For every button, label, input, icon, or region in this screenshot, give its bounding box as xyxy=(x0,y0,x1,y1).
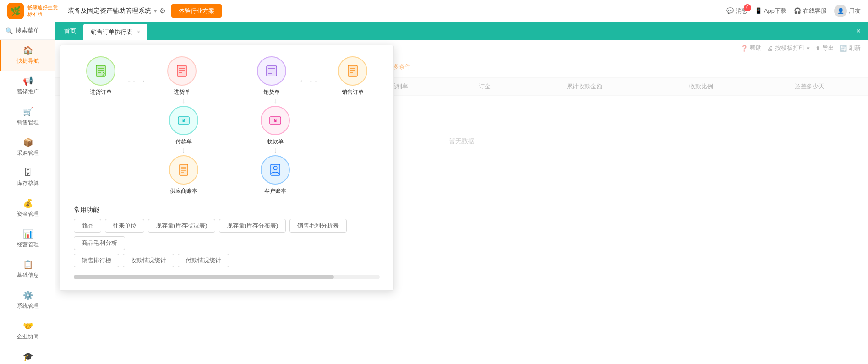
func-btn-stock-status[interactable]: 现存量(库存状况表) xyxy=(148,219,215,233)
tab-home[interactable]: 首页 xyxy=(57,24,83,38)
service-action[interactable]: 🎧 在线客服 xyxy=(794,7,827,15)
system-dropdown-icon[interactable]: ▾ xyxy=(154,8,157,14)
finance-icon: 💰 xyxy=(23,198,33,208)
sidebar-item-label: 采购管理 xyxy=(17,149,39,157)
sidebar-item-purchase[interactable]: 📦 采购管理 xyxy=(0,132,55,163)
svg-text:¥: ¥ xyxy=(274,118,277,123)
svg-rect-15 xyxy=(348,65,357,76)
flow-node-purchase-order[interactable]: 进货订单 xyxy=(74,56,128,96)
sidebar-item-label: 库存核算 xyxy=(17,179,39,187)
marketing-icon: 📢 xyxy=(23,76,33,86)
app-icon: 📱 xyxy=(755,7,762,14)
func-btn-counterparty[interactable]: 往来单位 xyxy=(105,219,144,233)
sales-order-icon xyxy=(338,56,367,86)
flow-node-supplier-ledger[interactable]: 供应商账本 xyxy=(156,155,211,195)
modal-box: 进货订单 - - → xyxy=(60,45,394,291)
basic-icon: 📋 xyxy=(23,260,33,270)
flow-node-receipt[interactable]: ¥ 收款单 xyxy=(248,106,303,146)
flow-node-customer-ledger[interactable]: 客户账本 xyxy=(248,155,303,195)
sidebar-item-enterprise[interactable]: 🤝 企业协同 xyxy=(0,315,55,346)
flow-node-purchase-bill[interactable]: 进货单 xyxy=(155,56,209,96)
sidebar-item-finance[interactable]: 💰 资金管理 xyxy=(0,193,55,223)
logo: 🌿 畅康通好生意 标准版 xyxy=(7,3,62,19)
func-btn-product-profit[interactable]: 商品毛利分析 xyxy=(74,236,125,250)
flow-node-sales-bill[interactable]: 销货单 xyxy=(245,56,299,96)
svg-rect-0 xyxy=(96,65,105,76)
sidebar-item-operation[interactable]: 📊 经营管理 xyxy=(0,223,55,254)
operation-icon: 📊 xyxy=(23,229,33,239)
sidebar-item-label: 快捷导航 xyxy=(17,57,39,65)
message-action[interactable]: 💬 消息 6 xyxy=(726,7,748,15)
common-functions: 常用功能 商品 往来单位 现存量(库存状况表) 现存量(库存分布表) 销售毛利分… xyxy=(74,206,380,267)
func-btn-sales-profit[interactable]: 销售毛利分析表 xyxy=(289,219,347,233)
newbie-icon: 🎓 xyxy=(23,352,33,362)
func-buttons-row2: 销售排行榜 收款情况统计 付款情况统计 xyxy=(74,254,380,267)
receipt-icon: ¥ xyxy=(261,106,290,135)
flow-node-sales-order[interactable]: 销售订单 xyxy=(326,56,380,96)
quick-icon: 🏠 xyxy=(23,45,33,55)
sidebar-item-inventory[interactable]: 🗄 库存核算 xyxy=(0,163,55,193)
avatar: 👤 xyxy=(834,5,847,17)
common-title: 常用功能 xyxy=(74,206,380,214)
supplier-ledger-icon xyxy=(169,155,198,185)
purchase-bill-icon xyxy=(167,56,197,86)
payment-icon: ¥ xyxy=(169,106,198,135)
func-btn-receipt-stat[interactable]: 收款情况统计 xyxy=(123,254,174,267)
scrollbar-thumb xyxy=(74,275,334,279)
tab-sales-order[interactable]: 销售订单执行表 × xyxy=(83,24,147,40)
sidebar-item-label: 销售管理 xyxy=(17,119,39,126)
sidebar-item-sales[interactable]: 🛒 销售管理 xyxy=(0,101,55,132)
user-action[interactable]: 👤 用友 xyxy=(834,5,861,17)
func-btn-stock-dist[interactable]: 现存量(库存分布表) xyxy=(219,219,286,233)
app-download-action[interactable]: 📱 App下载 xyxy=(755,7,786,15)
sidebar-item-marketing[interactable]: 📢 营销推广 xyxy=(0,71,55,101)
modal-overlay: 进货订单 - - → xyxy=(55,40,868,364)
inventory-icon: 🗄 xyxy=(24,168,32,178)
system-icon: ⚙️ xyxy=(23,290,33,300)
tab-bar: 首页 销售订单执行表 × × xyxy=(55,22,868,40)
sidebar-item-label: 系统管理 xyxy=(17,302,39,310)
window-close-icon[interactable]: × xyxy=(851,27,866,35)
sidebar-item-newbie[interactable]: 🎓 新手引导 xyxy=(0,346,55,364)
service-icon: 🎧 xyxy=(794,7,801,14)
func-btn-sales-rank[interactable]: 销售排行榜 xyxy=(74,254,119,267)
logo-text: 畅康通好生意 标准版 xyxy=(27,4,58,17)
sidebar-item-quick[interactable]: 🏠 快捷导航 xyxy=(0,40,55,71)
func-btn-product[interactable]: 商品 xyxy=(74,219,101,233)
enterprise-icon: 🤝 xyxy=(23,321,33,331)
flow-node-payment[interactable]: ¥ 付款单 xyxy=(156,106,211,146)
search-menu[interactable]: 🔍 搜索菜单 xyxy=(0,22,55,40)
sidebar-item-label: 经营管理 xyxy=(17,241,39,249)
system-title: 装备及固定资产辅助管理系统 xyxy=(68,7,151,15)
svg-text:¥: ¥ xyxy=(182,118,186,123)
sidebar-item-label: 资金管理 xyxy=(17,210,39,218)
customer-ledger-icon xyxy=(261,155,290,185)
modal-scrollbar[interactable] xyxy=(74,275,380,279)
sales-bill-icon xyxy=(257,56,286,86)
message-icon: 💬 xyxy=(726,7,734,14)
message-badge: 6 xyxy=(744,4,751,11)
sidebar-item-basic[interactable]: 📋 基础信息 xyxy=(0,254,55,285)
func-buttons-row1: 商品 往来单位 现存量(库存状况表) 现存量(库存分布表) 销售毛利分析表 商品… xyxy=(74,219,380,250)
sales-icon: 🛒 xyxy=(23,107,33,117)
svg-rect-5 xyxy=(177,65,186,76)
trial-button[interactable]: 体验行业方案 xyxy=(171,4,222,18)
sidebar-item-system[interactable]: ⚙️ 系统管理 xyxy=(0,285,55,315)
func-btn-payment-stat[interactable]: 付款情况统计 xyxy=(178,254,229,267)
sidebar-item-label: 营销推广 xyxy=(17,88,39,96)
purchase-order-icon xyxy=(86,56,115,86)
purchase-icon: 📦 xyxy=(23,137,33,147)
flow-diagram: 进货订单 - - → xyxy=(74,56,380,195)
logo-icon: 🌿 xyxy=(7,3,24,19)
tab-close-icon[interactable]: × xyxy=(137,29,140,35)
settings-icon[interactable]: ⚙ xyxy=(159,6,166,15)
sidebar-item-label: 基础信息 xyxy=(17,272,39,279)
svg-rect-26 xyxy=(180,164,188,175)
search-icon: 🔍 xyxy=(5,27,13,34)
sidebar-item-label: 企业协同 xyxy=(17,333,39,341)
